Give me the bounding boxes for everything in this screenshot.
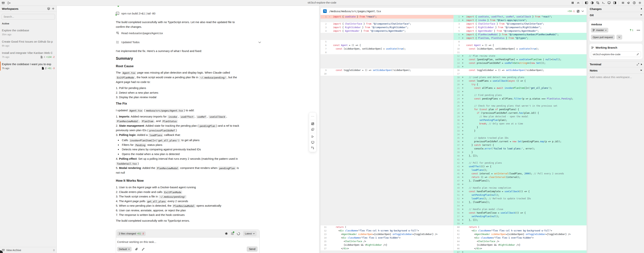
help-icon[interactable] bbox=[632, 1, 636, 4]
inline-code: previousPlanIdsRef bbox=[148, 129, 176, 132]
list-item: 4. Polling effect: Set up a polling inte… bbox=[116, 156, 261, 166]
megaphone-icon[interactable] bbox=[627, 1, 630, 4]
play-icon[interactable] bbox=[309, 134, 316, 140]
edit-branch-icon[interactable] bbox=[636, 53, 639, 56]
workspace-title: Explore the codebase bbox=[2, 28, 55, 32]
drag-handle-icon[interactable] bbox=[309, 114, 316, 119]
composer-input[interactable]: Continue working on this task... bbox=[116, 238, 260, 244]
burst-icon[interactable] bbox=[225, 232, 228, 235]
sidebar-title: Workspaces bbox=[2, 7, 18, 10]
search-input[interactable]: Search... bbox=[2, 14, 55, 20]
diff-panel: TS /medusa/medusa/src/pages/Agent.tsx +5… bbox=[320, 6, 588, 253]
working-branch-label: Working Branch bbox=[596, 46, 617, 49]
workspace-time: 35m ago bbox=[2, 33, 12, 36]
send-button[interactable]: Send bbox=[247, 246, 258, 252]
diff-row: 58+ }, []); bbox=[320, 218, 586, 222]
chevron-down-icon[interactable] bbox=[258, 42, 261, 43]
panel-left-icon[interactable] bbox=[585, 1, 588, 4]
workspace-item[interactable]: Install and integrate Vibe Kanban Web C7… bbox=[0, 49, 56, 60]
diff-row: 17 </div>66 </div> bbox=[320, 247, 586, 250]
workspace-title: Explore the codebase I want you to exp bbox=[2, 62, 55, 66]
copy-icon[interactable] bbox=[309, 126, 316, 132]
git-repo-card: medusa master 1 ••• Open pull request bbox=[589, 20, 642, 42]
pause-icon[interactable] bbox=[571, 1, 574, 4]
diff-file-path: /medusa/medusa/src/pages/Agent.tsx bbox=[329, 10, 381, 13]
commits-ahead: 1 bbox=[630, 29, 634, 32]
diff-row: 4import { AgentHeader } from "@/componen… bbox=[320, 29, 586, 33]
pr-options-button[interactable] bbox=[616, 35, 622, 40]
view-archive-button[interactable]: View Archive 0 bbox=[0, 247, 56, 253]
workspace-title: Install and integrate Vibe Kanban Web C bbox=[2, 51, 55, 55]
layers-icon[interactable] bbox=[47, 7, 50, 10]
files-changed-pill[interactable]: 2 files changed +61 -3 bbox=[117, 232, 146, 236]
diff-row: 9 const toggleSidebar = () => setSidebar… bbox=[320, 68, 586, 72]
notes-placeholder[interactable]: Add notes about this workspace... bbox=[588, 74, 644, 80]
working-branch-card: Working Branch vk/3ccf-explore-the-code bbox=[589, 44, 642, 59]
more-options-icon[interactable]: ••• bbox=[637, 28, 640, 32]
collapse-all-icon[interactable] bbox=[576, 1, 580, 4]
attach-icon[interactable] bbox=[135, 248, 138, 251]
theme-icon[interactable] bbox=[590, 1, 594, 4]
tool-call[interactable]: Updated Todos bbox=[116, 40, 261, 44]
diff-row: 40+ }, []); bbox=[320, 154, 586, 158]
menu-icon[interactable] bbox=[621, 1, 624, 4]
tool-call[interactable]: Read medusa/src/pages/Agent.tsx bbox=[116, 31, 261, 36]
diff-row: 1017 bbox=[320, 72, 586, 76]
heading: How It Works Now bbox=[116, 179, 261, 183]
changes-section-header[interactable]: Changes bbox=[588, 6, 644, 12]
tool-call[interactable]: npm run build 2>&1 | tail -80 bbox=[116, 11, 261, 16]
git-compare-icon[interactable] bbox=[596, 1, 599, 4]
git-branch-icon[interactable] bbox=[309, 145, 316, 151]
tool-call-label: Updated Todos bbox=[121, 41, 140, 44]
paragraph: I updated Agent.tsx (medusa/src/pages/Ag… bbox=[116, 108, 261, 112]
monitor-preview-icon[interactable] bbox=[309, 140, 316, 145]
workspace-item[interactable]: Explore the codebase35m ago bbox=[0, 27, 56, 38]
active-section-label: Active bbox=[2, 22, 55, 25]
diff-row: 55+ // Handle plan modal close bbox=[320, 208, 586, 211]
paragraph: I've implemented the fix. Here's a summa… bbox=[116, 48, 261, 53]
list-item: 1. Imports: Added necessary imports for … bbox=[116, 114, 261, 124]
workspace-item[interactable]: Explore the codebase I want you to exp7h… bbox=[0, 60, 56, 72]
zen-expand-icon[interactable] bbox=[576, 10, 580, 13]
zen-mode-icon[interactable] bbox=[309, 121, 316, 126]
inline-code: Pending bbox=[134, 144, 147, 147]
workspace-title: Create Good First Issues on Github So p bbox=[2, 40, 55, 44]
diff-deletions: -1 bbox=[572, 10, 575, 12]
edit-pen-icon[interactable] bbox=[142, 248, 145, 251]
repo-name: medusa bbox=[591, 23, 641, 26]
numbered-list: 1. User is on the Agent page with a Dock… bbox=[116, 185, 261, 217]
diff-row: 1-import { useState } from "react";1+imp… bbox=[320, 15, 586, 18]
diff-row: 57+ setPendingPlan(null); bbox=[320, 215, 586, 218]
workspace-stats: 2+61-3 bbox=[42, 67, 55, 70]
diff-row: 12 <div className="flex flex-col h-scree… bbox=[320, 229, 586, 232]
workspace-item[interactable]: Create Good First Issues on Github So p6… bbox=[0, 38, 56, 49]
monitor-icon[interactable] bbox=[608, 1, 610, 4]
diff-row: 7 const [sidebarOpen, setSidebarOpen] = … bbox=[320, 47, 586, 51]
floating-toolbar bbox=[309, 112, 316, 152]
open-pull-request-button[interactable]: Open pull request bbox=[591, 35, 615, 40]
git-section-header[interactable]: Git bbox=[588, 12, 644, 18]
expand-terminal-icon[interactable] bbox=[637, 63, 639, 66]
collapse-file-icon[interactable] bbox=[582, 10, 584, 12]
numbered-list: 1. Imports: Added necessary imports for … bbox=[116, 114, 261, 138]
diff-row: 32+ } bbox=[320, 126, 586, 129]
latest-dropdown[interactable]: Latest bbox=[243, 231, 257, 236]
add-workspace-icon[interactable] bbox=[52, 7, 55, 10]
list-item: Detects new plans by comparing against p… bbox=[116, 147, 261, 152]
inline-code: loadPlans bbox=[148, 134, 163, 137]
branch-selector[interactable]: master bbox=[591, 28, 608, 32]
gear-icon[interactable] bbox=[638, 1, 641, 4]
working-branch-input[interactable]: vk/3ccf-explore-the-code bbox=[591, 52, 641, 57]
numbered-list: 4. Polling effect: Set up a polling inte… bbox=[116, 156, 261, 175]
list-item: 6. User can review, annotate, approve, o… bbox=[116, 208, 261, 213]
diff-row: 22+ bbox=[320, 90, 586, 94]
inline-code: useCallback bbox=[208, 115, 226, 118]
panel-right-icon[interactable] bbox=[613, 1, 616, 4]
terminal-section-header[interactable]: Terminal bbox=[588, 61, 644, 68]
list-item: 7. The response is written back and the … bbox=[116, 213, 261, 217]
notes-section-header[interactable]: Notes bbox=[588, 68, 644, 74]
inline-code: useRef bbox=[196, 115, 207, 118]
mode-dropdown[interactable]: Default bbox=[117, 247, 132, 252]
terminal-toggle-icon[interactable] bbox=[602, 1, 605, 4]
todo-status-icon[interactable] bbox=[231, 232, 234, 235]
